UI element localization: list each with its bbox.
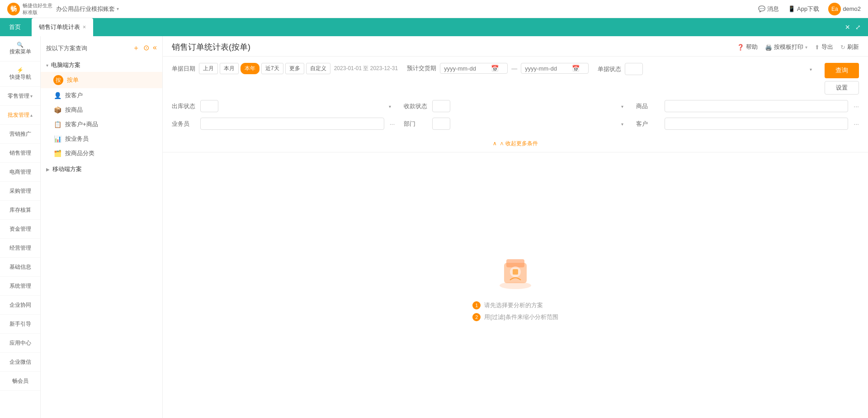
print-button[interactable]: 🖨️ 按模板打印 ▾	[765, 43, 807, 51]
query-button[interactable]: 查询	[825, 63, 859, 78]
tab-close-icon[interactable]: ×	[83, 24, 86, 30]
sidebar-item-basics[interactable]: 基础信息	[0, 258, 40, 277]
sidebar-item-operations[interactable]: 经营管理	[0, 239, 40, 258]
salesman-label: 业务员	[172, 120, 197, 128]
export-button[interactable]: ⬆ 导出	[815, 43, 833, 51]
sidebar-item-ecommerce[interactable]: 电商管理	[0, 163, 40, 182]
topbar-left: 畅 畅捷信好生意 标准版 办公用品行业模拟账套 ▾	[7, 2, 119, 15]
sidebar-item-search[interactable]: 🔍 搜索菜单	[0, 36, 40, 62]
filter-area: 单据日期 上月 本月 本年 近7天 更多 自定义 2023-01-01 至 20…	[163, 57, 868, 135]
sidebar-item-retail[interactable]: 零售管理 ▾	[0, 87, 40, 106]
tab-home[interactable]: 首页	[0, 18, 30, 36]
sidebar-item-shortcuts[interactable]: ⚡ 快捷导航	[0, 62, 40, 87]
scheme-item-by-salesman[interactable]: 📊 按业务员	[41, 132, 162, 146]
empty-hint-1: 1 请先选择要分析的方案	[472, 301, 558, 309]
page-title: 销售订单统计表(按单)	[172, 42, 250, 52]
sidebar-item-finance[interactable]: 资金管理	[0, 220, 40, 239]
date-button-group: 上月 本月 本年 近7天 更多 自定义	[199, 63, 330, 74]
sidebar-item-marketing[interactable]: 营销推广	[0, 125, 40, 144]
tab-sales-order-stats[interactable]: 销售订单统计表 ×	[32, 18, 93, 36]
dept-caret-icon: ▾	[621, 121, 623, 126]
pc-scheme-header[interactable]: ▾ 电脑端方案	[41, 58, 162, 72]
customer-goods-scheme-icon: 📋	[53, 120, 61, 128]
main-layout: 🔍 搜索菜单 ⚡ 快捷导航 零售管理 ▾ 批发管理 ▴ 营销推广 销售管理 电商…	[0, 36, 868, 418]
ship-status-select[interactable]	[200, 100, 218, 112]
export-icon: ⬆	[815, 44, 820, 51]
refresh-button[interactable]: ↻ 刷新	[840, 43, 859, 51]
goods-scheme-icon: 📦	[53, 106, 61, 114]
logo-text: 畅捷信好生意 标准版	[23, 2, 52, 15]
sidebar-item-system[interactable]: 系统管理	[0, 277, 40, 296]
status-select[interactable]	[625, 63, 643, 75]
goods-input[interactable]	[665, 100, 849, 112]
scheme-item-by-customer[interactable]: 👤 按客户	[41, 88, 162, 103]
close-window-icon[interactable]: ×	[845, 23, 850, 32]
company-selector[interactable]: 办公用品行业模拟账套 ▾	[56, 5, 119, 13]
dept-select[interactable]	[432, 118, 450, 130]
company-arrow-icon: ▾	[117, 6, 119, 11]
date-btn-7days[interactable]: 近7天	[261, 63, 283, 74]
date-btn-last-month[interactable]: 上月	[199, 63, 218, 74]
dept-label: 部门	[404, 120, 429, 128]
sidebar-item-wechat[interactable]: 企业微信	[0, 353, 40, 372]
scheme-item-by-goods[interactable]: 📦 按商品	[41, 103, 162, 117]
wholesale-arrow-icon: ▴	[30, 113, 33, 118]
sidebar-item-member[interactable]: 畅会员	[0, 372, 40, 391]
payment-status-select[interactable]	[432, 100, 450, 112]
empty-state: 1 请先选择要分析的方案 2 用[过滤]条件来缩小分析范围	[163, 152, 868, 418]
date-btn-more[interactable]: 更多	[285, 63, 304, 74]
sidebar-item-app-center[interactable]: 应用中心	[0, 334, 40, 353]
content-area: 按以下方案查询 ＋ ⊙ « ▾ 电脑端方案 按 按单 👤 按客户	[41, 36, 868, 418]
add-scheme-icon[interactable]: ＋	[132, 43, 140, 53]
expected-date-end[interactable]: 📅	[521, 63, 589, 74]
left-panel-icons: ＋ ⊙ «	[132, 43, 157, 53]
avatar: Ea	[828, 3, 841, 15]
expected-date-start[interactable]: 📅	[440, 63, 508, 74]
date-btn-this-month[interactable]: 本月	[220, 63, 239, 74]
hint1-num: 1	[472, 301, 481, 309]
customer-input[interactable]	[665, 118, 849, 130]
sidebar-item-inventory[interactable]: 库存核算	[0, 201, 40, 220]
sidebar-item-sales[interactable]: 销售管理	[0, 144, 40, 163]
sidebar-item-enterprise[interactable]: 企业协同	[0, 296, 40, 315]
expected-date-end-input[interactable]	[525, 65, 570, 72]
calendar-end-icon: 📅	[572, 65, 580, 72]
retail-arrow-icon: ▾	[30, 94, 33, 99]
date-btn-custom[interactable]: 自定义	[306, 63, 330, 74]
help-icon: ❓	[737, 44, 744, 51]
scheme-active-icon: 按	[53, 75, 63, 85]
shortcuts-icon: ⚡	[17, 67, 24, 73]
expected-date-start-input[interactable]	[444, 65, 489, 72]
print-arrow-icon: ▾	[805, 45, 807, 50]
expected-date-label: 预计交货期	[407, 64, 436, 72]
settings-scheme-icon[interactable]: ⊙	[143, 43, 149, 53]
sidebar-item-wholesale[interactable]: 批发管理 ▴	[0, 106, 40, 125]
customer-dots-icon[interactable]: ···	[854, 120, 859, 128]
sidebar-item-newbie[interactable]: 新手引导	[0, 315, 40, 334]
settings-button[interactable]: 设置	[825, 81, 859, 95]
mobile-scheme-header[interactable]: ▶ 移动端方案	[41, 162, 162, 176]
topbar: 畅 畅捷信好生意 标准版 办公用品行业模拟账套 ▾ 💬 消息 📱 App下载 E…	[0, 0, 868, 18]
salesman-input[interactable]	[200, 118, 384, 130]
tabbar: 首页 销售订单统计表 × × ⤢	[0, 18, 868, 36]
app-download-button[interactable]: 📱 App下载	[788, 5, 819, 13]
date-separator: —	[511, 65, 517, 72]
scheme-item-by-order[interactable]: 按 按单	[41, 72, 162, 88]
pc-section-arrow-icon: ▾	[46, 63, 48, 68]
salesman-dots-icon[interactable]: ···	[390, 120, 395, 128]
sidebar-item-purchase[interactable]: 采购管理	[0, 182, 40, 201]
scheme-item-by-customer-goods[interactable]: 📋 按客户+商品	[41, 117, 162, 132]
message-button[interactable]: 💬 消息	[758, 5, 779, 13]
help-button[interactable]: ❓ 帮助	[737, 43, 758, 51]
scheme-item-by-goods-category[interactable]: 🗂️ 按商品分类	[41, 146, 162, 161]
collapse-bar[interactable]: ∧ ∧ 收起更多条件	[163, 135, 868, 152]
goods-dots-icon[interactable]: ···	[854, 103, 859, 110]
maximize-icon[interactable]: ⤢	[855, 24, 861, 31]
date-btn-this-year[interactable]: 本年	[241, 63, 259, 74]
payment-status-label: 收款状态	[404, 102, 429, 110]
search-icon: 🔍	[17, 42, 24, 48]
collapse-panel-icon[interactable]: «	[153, 43, 157, 53]
user-menu[interactable]: Ea demo2	[828, 3, 861, 15]
mobile-section-arrow-icon: ▶	[46, 167, 50, 172]
action-btn-group: 查询 设置	[825, 63, 859, 95]
